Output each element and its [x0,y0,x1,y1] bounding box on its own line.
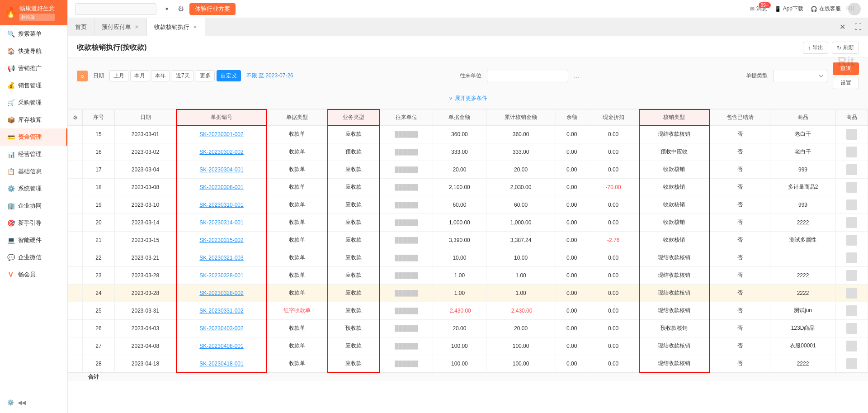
cell-receipt-no[interactable]: SK-20230418-001 [176,355,267,373]
sidebar-item-basic[interactable]: 📋 基础信息 [0,163,67,180]
cell-goods-1 [770,249,836,266]
date-btn-more[interactable]: 更多 [196,70,215,81]
sidebar-item-purchase[interactable]: 🛒 采购管理 [0,94,67,111]
cell-receipt-no[interactable]: SK-20230328-002 [176,284,267,302]
cell-receipt-no[interactable]: SK-20230403-002 [176,319,267,337]
cell-receipt-no[interactable]: SK-20230308-001 [176,178,267,196]
cell-receipt-no[interactable]: SK-20230304-001 [176,161,267,178]
date-btn-custom[interactable]: 自定义 [217,70,241,81]
receipt-type-select[interactable] [773,70,827,82]
cell-receipt-no[interactable]: SK-20230408-001 [176,337,267,355]
table-row: 172023-03-04SK-20230304-001收款单应收款██████2… [68,161,868,178]
cell-checkbox [68,178,83,196]
sidebar-item-wechat[interactable]: 💬 企业微信 [0,249,67,266]
tab-close-all-btn[interactable]: ✕ [837,22,848,32]
table-container[interactable]: ⚙ 序号 日期 单据编号 单据类型 业务类型 往来单位 单据金额 累计核销金额 … [68,109,868,413]
sidebar-item-marketing[interactable]: 📢 营销推广 [0,60,67,77]
sidebar-item-enterprise[interactable]: 🏢 企业协同 [0,197,67,214]
gear-icon[interactable]: ⚙ [178,5,184,13]
cell-writeoff-type: 现结收款核销 [639,125,710,143]
receipt-no-link[interactable]: SK-20230331-002 [199,308,243,314]
date-btn-7days[interactable]: 近7天 [172,70,194,81]
sidebar-item-member[interactable]: V 畅会员 [0,266,67,283]
cell-cash-discount: -70.00 [588,178,639,196]
cell-receipt-no[interactable]: SK-20230315-002 [176,231,267,249]
sidebar-item-sales[interactable]: 💰 销售管理 [0,77,67,94]
solution-btn[interactable]: 体验行业方案 [189,3,236,15]
cell-checkbox [68,284,83,302]
tab-maximize-btn[interactable]: ⛶ [852,22,864,32]
col-writeoff-amount: 累计核销金额 [486,109,556,125]
export-btn[interactable]: ↑ 导出 [803,42,828,54]
online-service-btn[interactable]: 🎧 在线客服 [811,5,841,13]
cell-receipt-no[interactable]: SK-20230314-001 [176,214,267,231]
sidebar-item-finance[interactable]: 💳 资金管理 [0,128,67,146]
receipt-no-link[interactable]: SK-20230315-002 [199,237,243,243]
cell-writeoff-amount: 100.00 [486,355,556,373]
cell-goods-2 [835,161,868,178]
sidebar-item-guide[interactable]: 🎯 新手引导 [0,214,67,232]
filter-expand-btn[interactable]: » [77,71,88,81]
receipt-no-link[interactable]: SK-20230321-003 [199,255,243,261]
receipt-no-link[interactable]: SK-20230310-001 [199,202,243,208]
cell-goods-1: 2222 [770,355,836,373]
receipt-no-link[interactable]: SK-20230403-002 [199,325,243,332]
date-btn-this-month[interactable]: 本月 [130,70,149,81]
date-btn-this-year[interactable]: 本年 [151,70,170,81]
receipt-no-link[interactable]: SK-20230418-001 [199,361,243,367]
date-btn-last-month[interactable]: 上月 [109,70,128,81]
refresh-btn[interactable]: ↻ 刷新 [832,42,859,54]
cell-checkbox [68,125,83,143]
col-settings[interactable]: ⚙ [68,109,83,125]
cell-balance: 0.00 [556,214,588,231]
receipt-no-link[interactable]: SK-20230314-001 [199,219,243,226]
sidebar-item-system[interactable]: ⚙️ 系统管理 [0,180,67,197]
tab-prepay-close[interactable]: ✕ [134,24,139,30]
cell-receipt-no[interactable]: SK-20230310-001 [176,196,267,214]
cell-receipt-no[interactable]: SK-20230321-003 [176,249,267,266]
receipt-no-link[interactable]: SK-20230304-001 [199,166,243,173]
sidebar-item-quick-nav[interactable]: 🏠 快捷导航 [0,43,67,60]
cell-include-settled: 否 [709,214,770,231]
receipt-no-link[interactable]: SK-20230328-002 [199,290,243,296]
sidebar-item-hardware[interactable]: 💻 智能硬件 [0,232,67,249]
query-btn[interactable]: 查询 [833,62,859,75]
dropdown-btn[interactable]: ▾ [162,3,172,15]
cell-checkbox [68,319,83,337]
cell-amount: 100.00 [433,355,486,373]
tab-collection[interactable]: 收款核销执行 ✕ [147,18,205,36]
cell-receipt-no[interactable]: SK-20230331-002 [176,302,267,319]
receipt-no-link[interactable]: SK-20230308-001 [199,184,243,190]
tab-prepay[interactable]: 预付应付单 ✕ [94,18,147,36]
expand-conditions-btn[interactable]: ∨ 展开更多条件 [448,95,487,102]
receipt-no-link[interactable]: SK-20230302-002 [199,149,243,155]
sidebar-settings-btn[interactable]: ⚙️ ◀◀ [0,396,67,409]
receipt-no-link[interactable]: SK-20230408-001 [199,343,243,349]
cell-receipt-no[interactable]: SK-20230301-002 [176,125,267,143]
messages-btn[interactable]: ✉ 消息 99+ [750,5,767,13]
cell-partner: ██████ [379,319,433,337]
sidebar-item-operations[interactable]: 📊 经营管理 [0,146,67,163]
sidebar-item-inventory[interactable]: 📦 库存核算 [0,111,67,128]
receipt-no-link[interactable]: SK-20230328-001 [199,272,243,279]
receipt-no-link[interactable]: SK-20230301-002 [199,131,243,138]
table-row: 252023-03-31SK-20230331-002红字收款单应收款█████… [68,302,868,319]
partner-input[interactable] [487,70,568,82]
app-download-btn[interactable]: 📱 App下载 [774,5,803,13]
cell-writeoff-amount: 1.00 [486,266,556,284]
breadcrumb-input[interactable] [75,3,156,15]
dots-icon[interactable]: ... [574,72,580,80]
tab-collection-close[interactable]: ✕ [192,24,198,30]
tab-home[interactable]: 首页 [68,18,94,36]
cell-no: 28 [83,355,115,373]
cell-writeoff-type: 现结收款核销 [639,355,710,373]
sidebar-item-search[interactable]: 🔍 搜索菜单 [0,25,67,43]
filter-settings-btn[interactable]: 设置 [833,77,859,89]
cell-receipt-no[interactable]: SK-20230302-002 [176,143,267,161]
col-settings-icon[interactable]: ⚙ [73,114,78,121]
cell-include-settled: 否 [709,337,770,355]
headset-icon: 🎧 [811,6,817,12]
cell-receipt-no[interactable]: SK-20230328-001 [176,266,267,284]
cell-amount: 1.00 [433,266,486,284]
cell-goods-2 [835,337,868,355]
